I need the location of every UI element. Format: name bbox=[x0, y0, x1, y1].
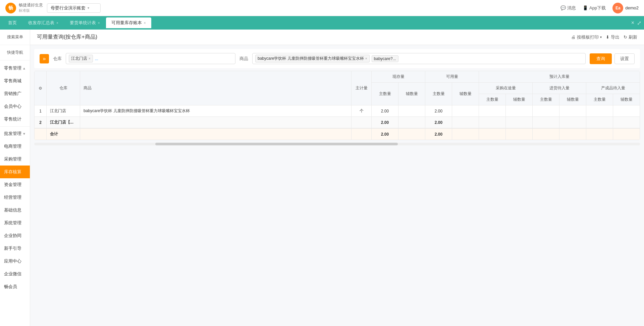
top-bar-left: 畅 畅捷通好生意 标准版 母婴行业演示账套 ▾ bbox=[5, 3, 101, 13]
sidebar-item-purchase[interactable]: 采购管理 bbox=[0, 153, 30, 166]
filter-expand-button[interactable]: » bbox=[40, 54, 49, 63]
sidebar-item-members[interactable]: 会员中心 bbox=[0, 100, 30, 113]
total-unit-empty bbox=[352, 129, 372, 140]
row-available-sub-0 bbox=[452, 105, 479, 117]
sidebar-item-finance[interactable]: 资金管理 bbox=[0, 178, 30, 191]
nav-tabs: 首页 收发存汇总表 × 要货单统计表 × 可用量库存账本 × × ⤢ bbox=[0, 16, 644, 30]
total-purchased-sub bbox=[506, 129, 533, 140]
sidebar-item-appcenter[interactable]: 应用中心 bbox=[0, 255, 30, 268]
chevron-icon-retail: ▲ bbox=[22, 66, 26, 70]
query-button[interactable]: 查询 bbox=[590, 53, 612, 64]
sidebar-label-marketing: 营销推广 bbox=[4, 91, 21, 97]
data-table: ⚙ 仓库 商品 主计量 现存量 可用量 预计入库量 主数量 辅数量 主数量 辅数… bbox=[34, 71, 640, 128]
product-tag-1[interactable]: babycare?... bbox=[372, 55, 398, 62]
purchased-header: 采购在途量 bbox=[479, 83, 533, 94]
sidebar-item-ecommerce[interactable]: 电商管理 bbox=[0, 140, 30, 153]
quick-nav-item[interactable]: 快捷导航 bbox=[0, 47, 30, 58]
sidebar-label-wholesale: 批发管理 bbox=[4, 131, 21, 137]
product-tag-0-remove[interactable]: × bbox=[365, 57, 367, 60]
warehouse-tag-0-remove[interactable]: × bbox=[89, 57, 91, 60]
page-title: 可用量查询(按仓库+商品) bbox=[37, 34, 97, 41]
warehouse-filter-label: 仓库 bbox=[53, 56, 62, 62]
search-menu-button[interactable]: 搜索菜单 bbox=[3, 33, 27, 41]
tab-home-label: 首页 bbox=[8, 20, 17, 26]
tab-available[interactable]: 可用量库存账本 × bbox=[106, 17, 151, 28]
store-selector[interactable]: 母婴行业演示账套 ▾ bbox=[47, 3, 101, 13]
sidebar-item-retail-stats[interactable]: 零售统计 bbox=[0, 113, 30, 126]
row-index-1: 2 bbox=[35, 117, 47, 128]
store-name: 母婴行业演示账套 bbox=[51, 5, 86, 11]
sidebar-item-system[interactable]: 系统管理 bbox=[0, 217, 30, 229]
page-actions: 🖨 按模板打印 ▾ ⬇ 导出 ↻ 刷新 bbox=[571, 34, 637, 40]
table-body: 1 江北门店 babycare学饮杯 儿童防摔防撞吸管杯重力球吸嘴杯宝宝水杯 个… bbox=[35, 105, 640, 128]
row-incoming-sub-1 bbox=[559, 117, 586, 128]
sidebar-item-retail-mgmt[interactable]: 零售管理 ▲ bbox=[0, 62, 30, 75]
sidebar-label-retail-mgmt: 零售管理 bbox=[4, 65, 21, 71]
export-button[interactable]: ⬇ 导出 bbox=[606, 34, 620, 40]
product-tag-1-label: babycare?... bbox=[374, 56, 396, 61]
refresh-icon: ↻ bbox=[624, 35, 627, 40]
warehouse-filter-tags[interactable]: 江北门店 × ... bbox=[66, 53, 235, 64]
total-available-sub bbox=[452, 129, 479, 140]
logo-area: 畅 畅捷通好生意 标准版 bbox=[5, 3, 43, 13]
download-button[interactable]: 📱 App下载 bbox=[583, 5, 606, 11]
sidebar-item-newguide[interactable]: 新手引导 bbox=[0, 242, 30, 255]
total-stock-main: 2.00 bbox=[372, 129, 398, 140]
expand-window-button[interactable]: ⤢ bbox=[637, 20, 641, 26]
table-row: 2 江北门店【... 2.00 2.00 bbox=[35, 117, 640, 128]
warehouse-tag-0[interactable]: 江北门店 × bbox=[69, 55, 93, 62]
product-filter-tags[interactable]: babycare学饮杯 儿童防摔防撞吸管杯重力球吸嘴杯宝宝水杯 × babyca… bbox=[252, 53, 586, 64]
sidebar-label-retail-shop: 零售商城 bbox=[4, 78, 21, 84]
sidebar-label-ecommerce: 电商管理 bbox=[4, 143, 21, 149]
tab-available-close[interactable]: × bbox=[144, 21, 146, 25]
sidebar-quick-nav: 快捷导航 bbox=[0, 45, 30, 60]
sidebar-item-inventory[interactable]: 库存核算 bbox=[0, 166, 30, 178]
horizontal-scrollbar[interactable] bbox=[34, 143, 640, 145]
sidebar-label-retail-stats: 零售统计 bbox=[4, 116, 21, 122]
col-expected-header: 预计入库量 bbox=[479, 71, 640, 83]
product-tag-0-label: babycare学饮杯 儿童防摔防撞吸管杯重力球吸嘴杯宝宝水杯 bbox=[258, 56, 364, 61]
sidebar-label-wecom: 企业微信 bbox=[4, 271, 21, 277]
filter-more-btn[interactable]: ... bbox=[95, 56, 98, 61]
incoming-main-header: 主数量 bbox=[533, 94, 559, 105]
row-purchased-sub-1 bbox=[506, 117, 533, 128]
total-empty-1 bbox=[35, 129, 47, 140]
sidebar-item-operations[interactable]: 经营管理 bbox=[0, 191, 30, 204]
export-label: 导出 bbox=[611, 34, 620, 40]
user-area[interactable]: Ea demo2 bbox=[612, 3, 639, 13]
sidebar-item-marketing[interactable]: 营销推广 bbox=[0, 87, 30, 100]
table-row: 1 江北门店 babycare学饮杯 儿童防摔防撞吸管杯重力球吸嘴杯宝宝水杯 个… bbox=[35, 105, 640, 117]
product-tag-0[interactable]: babycare学饮杯 儿童防摔防撞吸管杯重力球吸嘴杯宝宝水杯 × bbox=[255, 55, 370, 62]
row-purchased-main-1 bbox=[479, 117, 506, 128]
main-content: 可用量查询(按仓库+商品) 🖨 按模板打印 ▾ ⬇ 导出 ↻ 刷新 » bbox=[30, 30, 644, 326]
available-main-header: 主数量 bbox=[425, 83, 452, 105]
tab-order[interactable]: 要货单统计表 × bbox=[64, 17, 105, 28]
sidebar-item-wholesale[interactable]: 批发管理 ▼ bbox=[0, 127, 30, 140]
sidebar-item-member[interactable]: 畅会员 bbox=[0, 280, 30, 293]
window-buttons: × ⤢ bbox=[631, 20, 641, 26]
scrollbar-thumb[interactable] bbox=[155, 143, 397, 145]
total-stock-sub bbox=[398, 129, 425, 140]
print-button[interactable]: 🖨 按模板打印 ▾ bbox=[571, 34, 602, 40]
tab-order-label: 要货单统计表 bbox=[70, 20, 96, 26]
close-window-button[interactable]: × bbox=[631, 20, 634, 26]
tab-home[interactable]: 首页 bbox=[3, 17, 22, 28]
warehouse-tag-0-label: 江北门店 bbox=[71, 56, 87, 61]
sidebar-item-basic[interactable]: 基础信息 bbox=[0, 204, 30, 217]
total-product-empty bbox=[80, 129, 352, 140]
sidebar-label-system: 系统管理 bbox=[4, 220, 21, 226]
sidebar-item-wecom[interactable]: 企业微信 bbox=[0, 268, 30, 280]
row-produced-main-0 bbox=[586, 105, 613, 117]
tab-receipt[interactable]: 收发存汇总表 × bbox=[23, 17, 64, 28]
incoming-sub-header: 辅数量 bbox=[559, 94, 586, 105]
settings-button[interactable]: 设置 bbox=[614, 53, 635, 64]
message-button[interactable]: 💬 消息 bbox=[560, 5, 576, 11]
sidebar-item-enterprise[interactable]: 企业协同 bbox=[0, 229, 30, 242]
tab-receipt-close[interactable]: × bbox=[56, 21, 58, 25]
settings-icon[interactable]: ⚙ bbox=[39, 86, 42, 91]
sidebar-label-newguide: 新手引导 bbox=[4, 245, 21, 251]
refresh-button[interactable]: ↻ 刷新 bbox=[624, 34, 637, 40]
tab-order-close[interactable]: × bbox=[98, 21, 100, 25]
sidebar-item-retail-shop[interactable]: 零售商城 bbox=[0, 75, 30, 87]
col-settings-header[interactable]: ⚙ bbox=[35, 71, 47, 105]
